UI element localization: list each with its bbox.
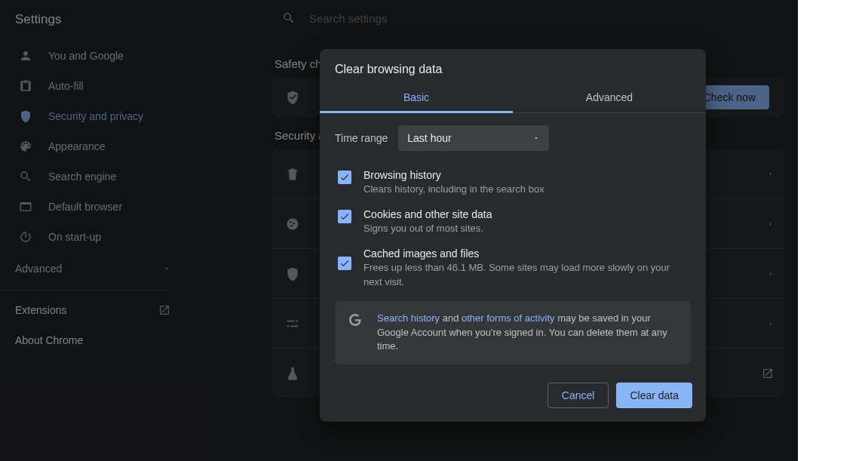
dialog-tabs: Basic Advanced [320,85,706,113]
option-desc: Signs you out of most sites. [363,222,492,235]
google-account-info: Search history and other forms of activi… [335,301,691,365]
clear-browsing-data-dialog: Clear browsing data Basic Advanced Time … [320,49,706,422]
time-range-value: Last hour [407,132,451,144]
option-title: Cookies and other site data [363,208,492,220]
other-activity-link[interactable]: other forms of activity [462,312,555,324]
option-title: Browsing history [363,169,544,181]
option-desc: Frees up less than 46.1 MB. Some sites m… [363,261,691,288]
time-range-select[interactable]: Last hour [398,125,549,151]
tab-active-indicator [320,111,513,113]
dialog-body: Time range Last hour Browsing history Cl… [320,113,706,373]
time-range-row: Time range Last hour [335,125,691,151]
chevron-down-icon [532,134,540,142]
checkbox-cookies[interactable] [338,210,351,223]
dialog-actions: Cancel Clear data [320,373,706,422]
checkbox-cached[interactable] [338,257,351,270]
cancel-button[interactable]: Cancel [547,383,609,408]
dialog-title: Clear browsing data [320,49,706,85]
checkbox-browsing-history[interactable] [338,171,351,184]
google-icon [347,312,363,328]
time-range-label: Time range [335,132,388,144]
tab-basic[interactable]: Basic [320,85,513,112]
clear-data-button[interactable]: Clear data [616,383,692,408]
search-history-link[interactable]: Search history [377,312,440,324]
option-browsing-history: Browsing history Clears history, includi… [335,161,691,201]
option-cached: Cached images and files Frees up less th… [335,240,691,293]
info-text: Search history and other forms of activi… [377,312,679,355]
option-desc: Clears history, including in the search … [363,183,544,196]
option-cookies: Cookies and other site data Signs you ou… [335,201,691,240]
option-title: Cached images and files [363,247,691,260]
info-text-mid: and [440,312,462,324]
tab-advanced[interactable]: Advanced [513,85,706,112]
